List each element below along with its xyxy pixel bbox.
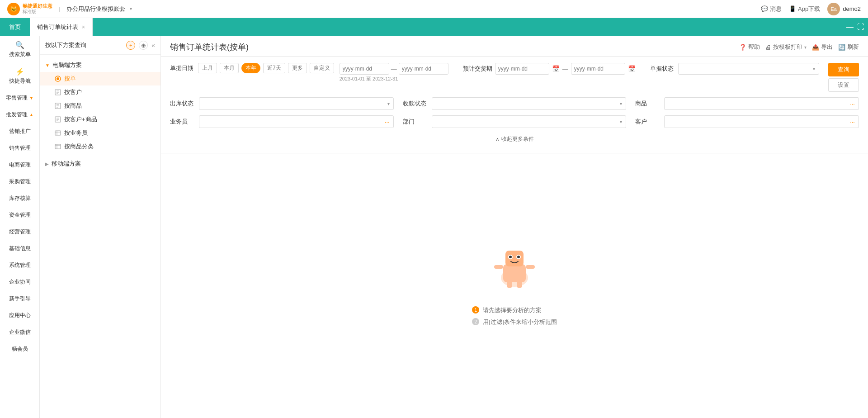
more-date-btn[interactable]: 更多 [288,63,307,73]
collapse-btn[interactable]: ∧ 收起更多条件 [495,135,534,143]
ship-status-select[interactable]: ▾ [199,97,394,110]
member-label: 畅会员 [12,345,28,353]
ship-status-cell: 出库状态 ▾ [170,97,394,110]
payment-status-cell: 收款状态 ▾ [403,97,627,110]
end-date-input[interactable] [399,63,448,75]
collapse-panel-btn[interactable]: « [151,42,155,49]
customer-more-icon: ··· [850,119,855,125]
sidebar-item-system[interactable]: 系统管理 [0,257,39,274]
settings-button[interactable]: 设置 [828,78,859,92]
sidebar-item-basic[interactable]: 基础信息 [0,240,39,257]
sidebar-item-finance[interactable]: 资金管理 [0,207,39,223]
svg-point-25 [509,256,512,258]
last7days-btn[interactable]: 近7天 [263,63,285,73]
refresh-btn[interactable]: 🔄 刷新 [838,43,859,51]
salesperson-input[interactable]: ··· [199,115,394,128]
tree-by-customer[interactable]: 按客户 [40,86,160,99]
page-actions: ❓ 帮助 🖨 按模板打印 ▾ 📤 导出 🔄 刷新 [739,43,859,51]
tab-home[interactable]: 首页 [0,18,30,36]
tree-by-category[interactable]: 按商品分类 [40,140,160,153]
sidebar-item-inventory[interactable]: 库存核算 [0,190,39,207]
tab-sales-order[interactable]: 销售订单统计表 × [30,18,93,36]
by-salesperson-label: 按业务员 [64,129,88,137]
sidebar-item-newbie[interactable]: 新手引导 [0,290,39,307]
goods-input[interactable]: ··· [664,97,859,110]
sidebar-item-wholesale[interactable]: 批发管理 ▲ [0,106,39,123]
sidebar: 🔍 搜索菜单 ⚡ 快捷导航 零售管理 ▼ 批发管理 ▲ 营销推广 销售管理 电商… [0,36,40,418]
tab-bar: 首页 销售订单统计表 × — ⛶ [0,18,868,36]
newbie-label: 新手引导 [9,295,31,303]
tab-minimize-btn[interactable]: — [846,23,854,31]
tree-parent-pc[interactable]: ▼ 电脑端方案 [40,58,160,72]
payment-status-select[interactable]: ▾ [432,97,627,110]
filter-area: 单据日期 上月 本月 本年 近7天 更多 自定义 — [161,57,868,153]
by-goods-label: 按商品 [64,102,82,110]
sidebar-item-wechat[interactable]: 企业微信 [0,324,39,341]
department-select[interactable]: ▾ [432,115,627,128]
svg-rect-30 [517,281,522,288]
message-btn[interactable]: 💬 消息 [761,5,782,13]
appcenter-label: 应用中心 [9,312,31,319]
refresh-label: 刷新 [847,43,859,51]
export-btn[interactable]: 📤 导出 [812,43,833,51]
right-panel: 销售订单统计表(按单) ❓ 帮助 🖨 按模板打印 ▾ 📤 导出 [161,36,868,418]
date-filter-label: 单据日期 [170,64,195,72]
query-button[interactable]: 查询 [828,63,859,76]
bill-status-select[interactable]: ▾ [678,63,819,75]
search-icon: 🔍 [15,41,24,49]
step2-num: 2 [472,318,479,325]
tree-by-salesperson[interactable]: 按业务员 [40,126,160,140]
user-area[interactable]: Ea demo2 [827,3,861,15]
tree-by-goods[interactable]: 按商品 [40,99,160,113]
empty-step-1: 1 请先选择要分析的方案 [472,306,557,314]
tab-close-btn[interactable]: × [82,24,85,30]
last-month-btn[interactable]: 上月 [198,63,217,73]
app-title-dropdown[interactable]: ▾ [130,6,132,11]
custom-date-btn[interactable]: 自定义 [310,63,334,73]
goods-cell: 商品 ··· [635,97,859,110]
sidebar-item-enterprise[interactable]: 企业协同 [0,274,39,290]
svg-rect-27 [494,265,503,269]
customer-input[interactable]: ··· [664,115,859,128]
goods-label: 商品 [635,100,660,108]
tree-by-order[interactable]: 按单 [40,72,160,86]
ship-status-label: 出库状态 [170,100,195,108]
svg-rect-29 [507,281,512,288]
svg-rect-17 [55,144,61,149]
customer-label: 客户 [635,118,660,126]
sidebar-item-sales[interactable]: 销售管理 [0,140,39,157]
tree-by-customer-goods[interactable]: 按客户+商品 [40,113,160,126]
help-icon: ❓ [739,44,746,51]
sidebar-item-member[interactable]: 畅会员 [0,341,39,357]
mobile-section-label: 移动端方案 [52,160,81,168]
export-label: 导出 [821,43,833,51]
tab-bar-actions: — ⛶ [846,23,868,31]
edit-scheme-btn[interactable]: ⊕ [139,41,148,50]
this-month-btn[interactable]: 本月 [220,63,239,73]
left-panel-header: 按以下方案查询 + ⊕ « [40,36,160,55]
salesperson-more-icon: ··· [385,119,390,125]
svg-rect-21 [503,264,526,282]
print-btn[interactable]: 🖨 按模板打印 ▾ [765,43,807,51]
svg-rect-14 [55,131,61,135]
tree-parent-mobile[interactable]: ▶ 移动端方案 [40,157,160,171]
delivery-start-input[interactable] [495,63,549,75]
help-btn[interactable]: ❓ 帮助 [739,43,760,51]
sidebar-item-purchase[interactable]: 采购管理 [0,173,39,190]
sidebar-item-operations[interactable]: 经营管理 [0,223,39,240]
sidebar-item-appcenter[interactable]: 应用中心 [0,307,39,324]
delivery-separator: 📅 [552,65,560,72]
add-scheme-btn[interactable]: + [126,41,135,50]
app-download-btn[interactable]: 📱 App下载 [789,5,820,13]
sidebar-item-retail[interactable]: 零售管理 ▼ [0,90,39,106]
sidebar-item-marketing[interactable]: 营销推广 [0,123,39,140]
main-layout: 🔍 搜索菜单 ⚡ 快捷导航 零售管理 ▼ 批发管理 ▲ 营销推广 销售管理 电商… [0,36,868,418]
sidebar-item-search-menu[interactable]: 🔍 搜索菜单 [0,36,39,63]
message-icon: 💬 [761,5,768,12]
this-year-btn[interactable]: 本年 [241,63,260,73]
delivery-end-input[interactable] [571,63,625,75]
start-date-input[interactable] [340,63,389,75]
sidebar-item-ecommerce[interactable]: 电商管理 [0,157,39,173]
sidebar-item-quick-nav[interactable]: ⚡ 快捷导航 [0,63,39,90]
tab-maximize-btn[interactable]: ⛶ [857,23,864,31]
